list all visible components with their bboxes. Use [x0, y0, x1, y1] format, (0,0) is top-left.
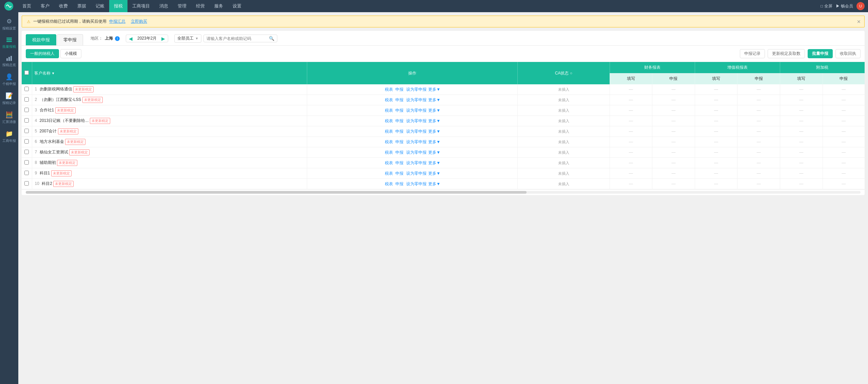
- nav-bookkeeping[interactable]: 记账: [91, 0, 109, 12]
- declare-btn-1[interactable]: 申报: [395, 87, 403, 92]
- search-icon[interactable]: 🔍: [269, 36, 274, 41]
- declare-btn-6[interactable]: 申报: [395, 140, 403, 144]
- banner-link-buy[interactable]: 立即购买: [131, 19, 147, 24]
- main-content: ⚠ 一键报税功能已过试用期，请购买后使用 申报汇总 立即购买 ✕ 税款申报 零申…: [18, 12, 868, 384]
- more-btn-2[interactable]: 更多▼: [428, 98, 440, 102]
- avatar[interactable]: U: [856, 2, 865, 10]
- dept-select[interactable]: 全部员工 ▼: [174, 34, 201, 43]
- row-checkbox-2[interactable]: [24, 97, 29, 102]
- more-btn-10[interactable]: 更多▼: [428, 182, 440, 186]
- tax-table-btn-2[interactable]: 税表: [385, 98, 393, 102]
- sidebar-item-tax-overview[interactable]: 报税总览: [1, 52, 18, 69]
- tax-table-btn-8[interactable]: 税表: [385, 161, 393, 165]
- sidebar-item-annual-settlement[interactable]: 🧮 汇算清缴: [1, 108, 18, 126]
- more-btn-4[interactable]: 更多▼: [428, 119, 440, 123]
- tab-tax-declaration[interactable]: 税款申报: [26, 34, 56, 45]
- declare-btn-3[interactable]: 申报: [395, 108, 403, 113]
- tax-table-btn-1[interactable]: 税表: [385, 87, 393, 92]
- declare-btn-8[interactable]: 申报: [395, 161, 403, 165]
- nav-operation[interactable]: 经营: [191, 0, 210, 12]
- nav-invoice[interactable]: 票据: [73, 0, 91, 12]
- upgrade-btn[interactable]: ▶ 畅会员: [836, 3, 853, 9]
- nav-message[interactable]: 消息: [155, 0, 173, 12]
- tax-table-btn-10[interactable]: 税表: [385, 182, 393, 186]
- declare-btn-7[interactable]: 申报: [395, 150, 403, 155]
- set-zero-btn-10[interactable]: 设为零申报: [406, 182, 427, 186]
- declare-btn-10[interactable]: 申报: [395, 182, 403, 186]
- sidebar-item-batch-tax[interactable]: 批量报税: [1, 34, 18, 51]
- banner-link-summary[interactable]: 申报汇总: [109, 19, 125, 24]
- sidebar-item-tax-records[interactable]: 📝 报税记录: [1, 89, 18, 107]
- select-all-checkbox[interactable]: [24, 70, 29, 75]
- table-row: 5 2007会计 未更新税定 税表 申报 设为零申报 更多▼ 未插入: [22, 126, 865, 137]
- sub-tab-general[interactable]: 一般的纳税人: [26, 49, 59, 58]
- banner-close-btn[interactable]: ✕: [857, 19, 861, 24]
- tax-table-btn-4[interactable]: 税表: [385, 119, 393, 123]
- nav-home[interactable]: 首页: [18, 0, 36, 12]
- more-btn-3[interactable]: 更多▼: [428, 108, 440, 113]
- batch-declaration-btn[interactable]: 批量申报: [808, 49, 833, 58]
- row-checkbox-10[interactable]: [24, 181, 29, 186]
- collect-receipt-btn[interactable]: 收取回执: [835, 49, 861, 58]
- top-nav-items: 首页 客户 收费 票据 记账 报税 工商项目 消息 管理 经营 服务 设置: [18, 0, 821, 12]
- set-zero-btn-6[interactable]: 设为零申报: [406, 140, 427, 144]
- declaration-records-btn[interactable]: 申报记录: [740, 49, 765, 58]
- row-checkbox-6[interactable]: [24, 139, 29, 144]
- declare-btn-2[interactable]: 申报: [395, 98, 403, 102]
- sub-tab-small[interactable]: 小规模: [60, 49, 81, 58]
- next-date-btn[interactable]: ▶: [161, 36, 166, 41]
- set-zero-btn-3[interactable]: 设为零申报: [406, 108, 427, 113]
- sidebar-item-annual-report[interactable]: 📁 工商年报: [1, 127, 18, 145]
- more-btn-5[interactable]: 更多▼: [428, 129, 440, 134]
- nav-tax[interactable]: 报税: [109, 0, 127, 12]
- set-zero-btn-9[interactable]: 设为零申报: [406, 171, 427, 176]
- svg-rect-6: [11, 56, 12, 61]
- tab-zero-declaration[interactable]: 零申报: [57, 34, 83, 45]
- sidebar-item-personal-tax[interactable]: 👤 个税申报: [1, 70, 18, 88]
- tax-table-btn-3[interactable]: 税表: [385, 108, 393, 113]
- nav-billing[interactable]: 收费: [54, 0, 73, 12]
- update-tax-btn[interactable]: 更新税定及取数: [768, 49, 805, 58]
- tax-table-btn-7[interactable]: 税表: [385, 150, 393, 155]
- nav-settings[interactable]: 设置: [228, 0, 246, 12]
- nav-service[interactable]: 服务: [210, 0, 228, 12]
- set-zero-btn-1[interactable]: 设为零申报: [406, 87, 427, 92]
- more-btn-1[interactable]: 更多▼: [428, 87, 440, 92]
- sidebar-label-annual-settlement: 汇算清缴: [2, 120, 16, 124]
- info-icon[interactable]: i: [115, 36, 120, 41]
- tax-table-btn-9[interactable]: 税表: [385, 171, 393, 176]
- cell-finance-declare-2: —: [652, 95, 695, 105]
- set-zero-btn-5[interactable]: 设为零申报: [406, 129, 427, 134]
- more-btn-8[interactable]: 更多▼: [428, 161, 440, 165]
- more-btn-7[interactable]: 更多▼: [428, 150, 440, 155]
- table-header-row-1: 客户名称 ▼ 操作 CA状态 ○ 财务报表 增值税报表 附加税: [22, 62, 865, 73]
- row-checkbox-4[interactable]: [24, 118, 29, 123]
- declare-btn-9[interactable]: 申报: [395, 171, 403, 176]
- set-zero-btn-2[interactable]: 设为零申报: [406, 98, 427, 102]
- fullscreen-btn[interactable]: □ 全屏: [821, 3, 832, 9]
- set-zero-btn-8[interactable]: 设为零申报: [406, 161, 427, 165]
- prev-date-btn[interactable]: ◀: [128, 36, 133, 41]
- region-label: 地区：: [91, 36, 103, 41]
- row-checkbox-8[interactable]: [24, 160, 29, 165]
- sidebar-item-tax-settings[interactable]: ⚙ 报税设置: [1, 15, 18, 33]
- set-zero-btn-4[interactable]: 设为零申报: [406, 119, 427, 123]
- row-checkbox-7[interactable]: [24, 150, 29, 154]
- declare-btn-4[interactable]: 申报: [395, 119, 403, 123]
- nav-business[interactable]: 工商项目: [127, 0, 155, 12]
- row-checkbox-1[interactable]: [24, 87, 29, 91]
- tax-table-btn-6[interactable]: 税表: [385, 140, 393, 144]
- more-btn-6[interactable]: 更多▼: [428, 140, 440, 144]
- th-finance-declare: 申报: [652, 73, 695, 84]
- declare-btn-5[interactable]: 申报: [395, 129, 403, 134]
- row-checkbox-5[interactable]: [24, 129, 29, 133]
- set-zero-btn-7[interactable]: 设为零申报: [406, 150, 427, 155]
- horizontal-scrollbar[interactable]: [22, 189, 865, 195]
- row-checkbox-9[interactable]: [24, 171, 29, 175]
- row-checkbox-3[interactable]: [24, 108, 29, 112]
- tax-table-btn-5[interactable]: 税表: [385, 129, 393, 134]
- nav-customer[interactable]: 客户: [36, 0, 54, 12]
- nav-manage[interactable]: 管理: [173, 0, 191, 12]
- search-input[interactable]: [206, 36, 268, 41]
- more-btn-9[interactable]: 更多▼: [428, 171, 440, 176]
